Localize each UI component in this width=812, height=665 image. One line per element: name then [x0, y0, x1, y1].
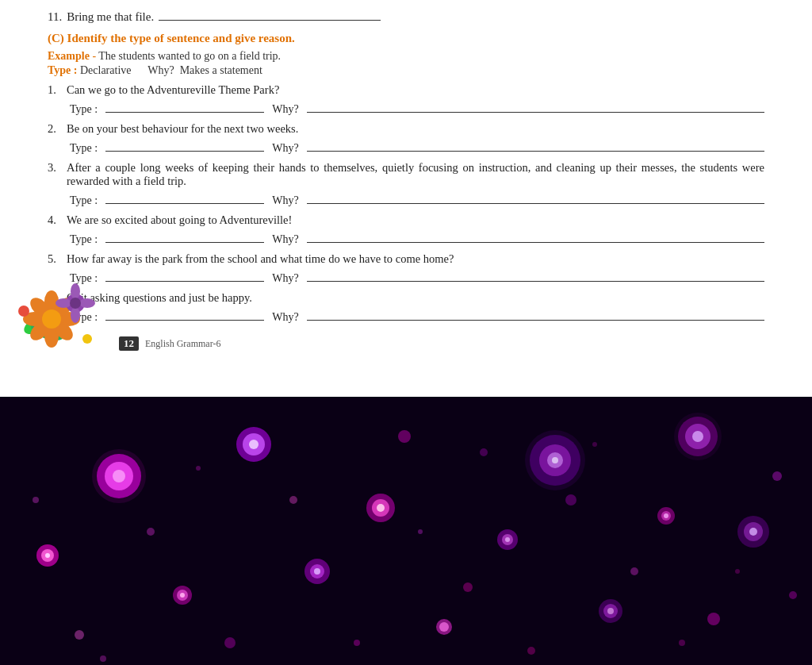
page-content: 11. Bring me that file. (C) Identify the… [0, 0, 812, 397]
q1-answer-row: Type : Why? [70, 100, 764, 116]
q4-type-label: Type : [70, 233, 98, 246]
question-2-text: 2. Be on your best behaviour for the nex… [48, 122, 764, 136]
q6-why-label: Why? [272, 311, 298, 324]
q3-answer-row: Type : Why? [70, 191, 764, 207]
q2-type-label: Type : [70, 142, 98, 155]
q5-why-label: Why? [272, 272, 298, 285]
question-6-text: 6. Quit asking questions and just be hap… [48, 291, 764, 305]
svg-point-16 [79, 298, 95, 308]
svg-point-80 [735, 569, 740, 574]
svg-point-14 [71, 307, 80, 323]
q5-body: How far away is the park from the school… [67, 252, 454, 266]
svg-point-11 [42, 309, 61, 329]
svg-point-50 [439, 622, 449, 632]
q4-type-field[interactable] [105, 230, 264, 243]
q5-num: 5. [48, 252, 62, 266]
question-4: 4. We are so excited about going to Adve… [48, 213, 764, 246]
q2-why-field[interactable] [307, 139, 764, 152]
example-dash: - [90, 50, 98, 62]
svg-point-73 [100, 655, 106, 662]
svg-point-69 [707, 613, 720, 625]
svg-point-79 [679, 640, 685, 646]
rain-drops-svg [0, 397, 812, 665]
svg-point-13 [71, 283, 80, 299]
q1-type-field[interactable] [105, 100, 264, 113]
q3-why-label: Why? [272, 194, 298, 207]
question-3: 3. After a couple long weeks of keeping … [48, 161, 764, 207]
q2-type-field[interactable] [105, 139, 264, 152]
q1-why-label: Why? [272, 103, 298, 116]
q4-answer-row: Type : Why? [70, 230, 764, 246]
q1-type-label: Type : [70, 103, 98, 116]
section-c-header: (C) Identify the type of sentence and gi… [48, 32, 764, 45]
svg-point-60 [75, 630, 84, 640]
example-why-value: Makes a statement [177, 64, 262, 76]
svg-point-18 [82, 334, 92, 344]
q5-why-field[interactable] [307, 269, 764, 282]
q3-why-field[interactable] [307, 191, 764, 204]
q3-type-label: Type : [70, 194, 98, 207]
svg-point-78 [592, 442, 597, 447]
svg-point-67 [565, 494, 576, 505]
q2-why-label: Why? [272, 142, 298, 155]
svg-point-71 [789, 591, 797, 599]
bottom-image [0, 397, 812, 665]
svg-point-26 [249, 440, 259, 449]
example-type-line: Type : Declarative Why? Makes a statemen… [48, 64, 764, 77]
q4-body: We are so excited about going to Adventu… [67, 213, 292, 227]
q6-type-field[interactable] [105, 308, 264, 321]
q2-answer-row: Type : Why? [70, 139, 764, 155]
svg-point-45 [180, 593, 185, 598]
svg-point-64 [398, 430, 411, 443]
svg-point-42 [45, 553, 50, 558]
question-5: 5. How far away is the park from the sch… [48, 252, 764, 285]
example-type-value: Declarative [80, 64, 132, 76]
example-label: Example [48, 50, 90, 62]
svg-point-59 [664, 513, 668, 518]
svg-point-63 [289, 496, 297, 504]
item-11-answer[interactable] [159, 8, 381, 21]
example-type-label: Type : [48, 64, 77, 76]
q5-type-field[interactable] [105, 269, 264, 282]
q4-why-label: Why? [272, 233, 298, 246]
question-2: 2. Be on your best behaviour for the nex… [48, 122, 764, 155]
question-5-text: 5. How far away is the park from the sch… [48, 252, 764, 266]
svg-point-83 [674, 413, 722, 460]
svg-point-53 [505, 537, 510, 542]
q1-body: Can we go to the Adventureville Theme Pa… [67, 83, 279, 97]
question-4-text: 4. We are so excited about going to Adve… [48, 213, 764, 227]
svg-point-68 [630, 567, 638, 575]
q1-why-field[interactable] [307, 100, 764, 113]
svg-point-72 [33, 497, 39, 503]
svg-point-17 [70, 298, 81, 309]
footer-area: 12 English Grammar-6 [48, 330, 764, 351]
svg-point-19 [18, 306, 29, 317]
svg-point-70 [772, 471, 782, 481]
item-11-text: Bring me that file. [67, 10, 154, 24]
example-why-label: Why? [147, 64, 174, 76]
svg-point-15 [56, 298, 71, 308]
question-3-text: 3. After a couple long weeks of keeping … [48, 161, 764, 188]
q6-answer-row: Type : Why? [70, 308, 764, 324]
svg-point-48 [314, 568, 320, 575]
page-number: 12 [119, 336, 139, 351]
question-1: 1. Can we go to the Adventureville Theme… [48, 83, 764, 116]
q1-num: 1. [48, 83, 62, 97]
svg-point-61 [147, 528, 155, 536]
item-11-num: 11. [48, 10, 62, 24]
q3-type-field[interactable] [105, 191, 264, 204]
example-line: Example - The students wanted to go on a… [48, 50, 764, 63]
svg-point-66 [527, 647, 535, 655]
flower-decoration [8, 275, 111, 363]
svg-point-77 [480, 448, 488, 456]
q2-num: 2. [48, 122, 62, 136]
svg-point-39 [749, 528, 757, 536]
q4-num: 4. [48, 213, 62, 227]
svg-point-56 [607, 608, 614, 614]
item-11: 11. Bring me that file. [48, 8, 764, 24]
q4-why-field[interactable] [307, 230, 764, 243]
question-1-text: 1. Can we go to the Adventureville Theme… [48, 83, 764, 97]
svg-point-76 [418, 529, 423, 534]
svg-point-62 [224, 637, 236, 648]
q6-why-field[interactable] [307, 308, 764, 321]
